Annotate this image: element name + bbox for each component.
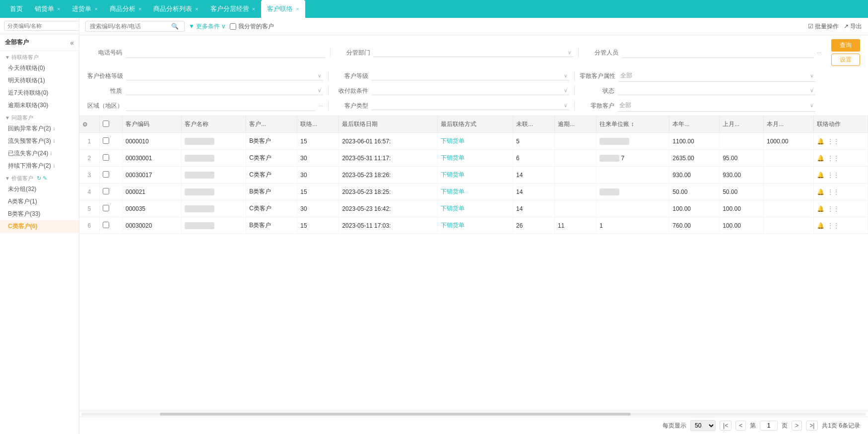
retail-attr-select[interactable]: 全部 ∨: [618, 70, 815, 82]
next-page-button[interactable]: >: [792, 421, 802, 431]
last-page-button[interactable]: >|: [806, 421, 818, 431]
status-select[interactable]: ∨: [617, 86, 815, 95]
grid-icon[interactable]: ⋮⋮: [827, 222, 839, 229]
nature-select[interactable]: ∨: [125, 86, 323, 95]
filter-bar-right: ☑ 批量操作 ↗ 导出: [808, 22, 862, 31]
nav-customer-segmentation[interactable]: 客户分层经营 ×: [204, 0, 261, 18]
query-button[interactable]: 查询: [831, 39, 860, 52]
sidebar-item-unclassified[interactable]: 未分组(32): [0, 183, 79, 195]
first-page-button[interactable]: |<: [720, 421, 732, 431]
bell-icon[interactable]: 🔔: [817, 172, 824, 179]
close-sales-order-icon[interactable]: ×: [57, 6, 60, 12]
bell-icon[interactable]: 🔔: [817, 205, 824, 212]
my-customers-checkbox[interactable]: [230, 23, 236, 30]
grid-icon[interactable]: ⋮⋮: [827, 188, 839, 195]
nav-customer-contact[interactable]: 客户联络 ×: [261, 0, 305, 18]
grid-icon[interactable]: ⋮⋮: [827, 205, 839, 212]
nav-sales-order[interactable]: 销货单 ×: [29, 0, 66, 18]
customer-type-select[interactable]: ∨: [371, 101, 569, 110]
search-button-icon[interactable]: 🔍: [171, 23, 179, 30]
manager-more-icon[interactable]: ···: [817, 50, 821, 56]
payment-select[interactable]: ∨: [371, 86, 569, 95]
close-product-analysis-icon[interactable]: ×: [138, 6, 141, 12]
grid-icon[interactable]: ⋮⋮: [827, 172, 839, 179]
edit-segment-icon[interactable]: ✎: [43, 175, 47, 182]
current-page-input[interactable]: [760, 421, 778, 431]
row-checkbox[interactable]: [99, 217, 122, 234]
sidebar-item-class-b[interactable]: B类客户(33): [0, 208, 79, 220]
row-checkbox[interactable]: [99, 200, 122, 217]
row-last-method[interactable]: 下销货单: [438, 184, 513, 200]
sidebar-item-churned[interactable]: 已流失客户(24) ℹ: [0, 147, 79, 160]
retail-customer-select[interactable]: 全部 ∨: [617, 100, 815, 112]
sidebar-item-class-c[interactable]: C类客户(6): [0, 220, 79, 233]
sidebar-item-abnormal-repurchase[interactable]: 回购异常客户(2) ℹ: [0, 123, 79, 135]
row-select-checkbox[interactable]: [103, 171, 109, 178]
sidebar-item-declining[interactable]: 持续下滑客户(2) ℹ: [0, 160, 79, 172]
row-checkbox[interactable]: [99, 133, 122, 150]
refresh-icon[interactable]: ↻: [37, 175, 41, 182]
batch-operation-button[interactable]: ☑ 批量操作: [808, 22, 839, 31]
phone-input[interactable]: [125, 48, 325, 58]
per-page-select[interactable]: 50 20 100: [690, 420, 716, 431]
sidebar-item-7days[interactable]: 近7天待联络(0): [0, 87, 79, 99]
row-select-checkbox[interactable]: [103, 205, 109, 211]
row-last-month: 50.00: [720, 184, 764, 200]
sidebar-all-customers[interactable]: 全部客户 «: [0, 34, 79, 51]
manager-input[interactable]: [621, 48, 814, 58]
row-checkbox[interactable]: [99, 184, 122, 200]
nav-product-analysis-list[interactable]: 商品分析列表 ×: [147, 0, 204, 18]
settings-button[interactable]: 设置: [831, 54, 860, 66]
sidebar-item-tomorrow[interactable]: 明天待联络(1): [0, 74, 79, 87]
region-more-icon[interactable]: ···: [319, 103, 323, 109]
nav-home[interactable]: 首页: [4, 0, 29, 18]
sidebar-collapse-icon[interactable]: «: [70, 39, 74, 47]
grid-icon[interactable]: ⋮⋮: [827, 138, 839, 145]
scrollbar-thumb[interactable]: [160, 413, 631, 416]
close-customer-seg-icon[interactable]: ×: [252, 6, 255, 12]
row-select-checkbox[interactable]: [103, 154, 109, 161]
export-button[interactable]: ↗ 导出: [844, 22, 862, 31]
grid-icon[interactable]: ⋮⋮: [827, 155, 839, 162]
row-contact: 15: [297, 133, 339, 150]
select-all-checkbox[interactable]: [103, 121, 109, 127]
row-checkbox[interactable]: [99, 150, 122, 167]
row-last-method[interactable]: 下销货单: [438, 167, 513, 184]
sidebar-item-churn-warning[interactable]: 流失预警客户(3) ℹ: [0, 135, 79, 147]
price-level-select[interactable]: ∨: [126, 71, 323, 80]
bell-icon[interactable]: 🔔: [817, 155, 824, 162]
region-input[interactable]: [126, 101, 316, 111]
bell-icon[interactable]: 🔔: [817, 138, 824, 145]
row-select-checkbox[interactable]: [103, 222, 109, 228]
row-select-checkbox[interactable]: [103, 137, 109, 144]
row-select-checkbox[interactable]: [103, 188, 109, 194]
row-last-method[interactable]: 下销货单: [438, 200, 513, 217]
nav-purchase-order[interactable]: 进货单 ×: [66, 0, 103, 18]
prev-page-button[interactable]: <: [735, 421, 746, 431]
col-settings-icon[interactable]: ⚙: [82, 121, 88, 128]
row-last-method[interactable]: 下销货单: [438, 150, 513, 167]
sidebar: 🔍 全部客户 « ▼ 待联络客户 今天待联络(0) 明天待联络(1) 近7天待联…: [0, 18, 79, 434]
close-customer-contact-icon[interactable]: ×: [296, 6, 299, 12]
nav-product-analysis[interactable]: 商品分析 ×: [104, 0, 147, 18]
sidebar-section-problem: ▼ 问题客户: [0, 112, 79, 123]
sidebar-item-class-a[interactable]: A类客户(1): [0, 195, 79, 208]
bell-icon[interactable]: 🔔: [817, 222, 824, 229]
dept-select[interactable]: ∨: [373, 48, 573, 57]
row-checkbox[interactable]: [99, 167, 122, 184]
sidebar-item-today[interactable]: 今天待联络(0): [0, 62, 79, 74]
more-conditions-button[interactable]: ▼ 更多条件 ∨: [189, 22, 226, 31]
col-checkbox-header[interactable]: [99, 116, 122, 133]
sidebar-search-input[interactable]: [4, 21, 79, 31]
my-customers-filter[interactable]: 我分管的客户: [230, 22, 274, 31]
row-last-method[interactable]: 下销货单: [438, 133, 513, 150]
sidebar-item-overdue-contact[interactable]: 逾期未联络(30): [0, 99, 79, 112]
close-product-list-icon[interactable]: ×: [195, 6, 198, 12]
horizontal-scrollbar[interactable]: [79, 411, 868, 417]
col-settings[interactable]: ⚙: [79, 116, 99, 133]
close-purchase-order-icon[interactable]: ×: [94, 6, 97, 12]
search-input[interactable]: [90, 23, 169, 30]
customer-level-select[interactable]: ∨: [371, 71, 569, 80]
bell-icon[interactable]: 🔔: [817, 188, 824, 195]
row-last-method[interactable]: 下销货单: [438, 217, 513, 234]
